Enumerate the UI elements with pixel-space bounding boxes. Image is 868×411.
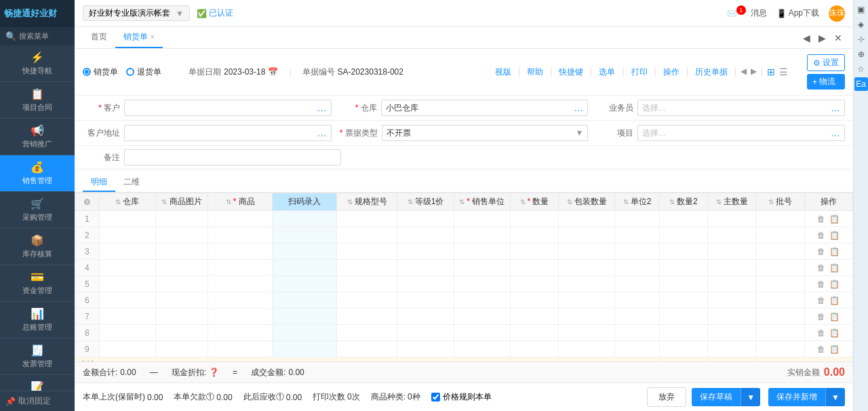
table-icon1[interactable]: ⊞: [767, 66, 775, 78]
cell-qty2-8[interactable]: [659, 325, 707, 341]
cell-batch-8[interactable]: [756, 325, 804, 341]
cell-price-6[interactable]: [397, 292, 454, 309]
tab-close-all-btn[interactable]: ✕: [831, 31, 845, 45]
cell-unit2-7[interactable]: [615, 309, 659, 325]
table-icon2[interactable]: ☰: [779, 66, 788, 78]
save-new-btn[interactable]: 保存并新增: [768, 388, 825, 406]
cell-qty2-6[interactable]: [659, 292, 707, 309]
cell-warehouse-1[interactable]: [99, 211, 155, 227]
cell-barcode-4[interactable]: [273, 260, 337, 276]
cell-pack-qty-9[interactable]: [559, 341, 615, 357]
cell-image-3[interactable]: [155, 243, 208, 260]
cell-spec-3[interactable]: [337, 243, 397, 260]
col-settings[interactable]: ⚙: [75, 193, 100, 211]
cell-price-1[interactable]: [397, 211, 454, 227]
cell-warehouse-6[interactable]: [99, 292, 155, 309]
cell-unit-2[interactable]: [454, 227, 510, 243]
radio-return[interactable]: 退货单: [126, 66, 161, 78]
cell-price-7[interactable]: [397, 309, 454, 325]
cell-spec-7[interactable]: [337, 309, 397, 325]
sidebar-search[interactable]: 🔍 搜索菜单: [0, 27, 75, 45]
project-input[interactable]: 选择... …: [637, 125, 845, 141]
cell-qty-6[interactable]: [510, 292, 558, 309]
cell-batch-3[interactable]: [756, 243, 804, 260]
salesperson-dots[interactable]: …: [831, 102, 840, 113]
row-copy-btn-6[interactable]: 📋: [828, 295, 841, 306]
cell-barcode-1[interactable]: [273, 211, 337, 227]
discard-btn[interactable]: 放弃: [647, 387, 686, 407]
settings-icon[interactable]: ⚙: [79, 197, 95, 207]
cell-qty2-5[interactable]: [659, 276, 707, 292]
history-btn[interactable]: 历史单据: [692, 66, 730, 78]
cell-price-5[interactable]: [397, 276, 454, 292]
cell-barcode-6[interactable]: [273, 292, 337, 309]
cell-barcode-3[interactable]: [273, 243, 337, 260]
cell-pack-qty-7[interactable]: [559, 309, 615, 325]
cell-spec-4[interactable]: [337, 260, 397, 276]
cell-image-5[interactable]: [155, 276, 208, 292]
side-tool-4[interactable]: ⊕: [854, 47, 868, 61]
cell-qty-5[interactable]: [510, 276, 558, 292]
cell-price-3[interactable]: [397, 243, 454, 260]
cell-image-8[interactable]: [155, 325, 208, 341]
cell-main-qty-3[interactable]: [707, 243, 755, 260]
select-btn[interactable]: 选单: [596, 66, 618, 78]
cell-qty2-4[interactable]: [659, 260, 707, 276]
sidebar-item-purchase[interactable]: 🛒 采购管理: [0, 192, 75, 229]
cell-qty-2[interactable]: [510, 227, 558, 243]
cell-main-qty-2[interactable]: [707, 227, 755, 243]
cell-batch-5[interactable]: [756, 276, 804, 292]
invoice-select[interactable]: 不开票 ▼: [382, 125, 589, 141]
cell-unit-6[interactable]: [454, 292, 510, 309]
row-delete-btn-2[interactable]: 🗑: [816, 230, 827, 241]
cell-price-8[interactable]: [397, 325, 454, 341]
row-delete-btn-3[interactable]: 🗑: [816, 246, 827, 257]
cell-unit2-9[interactable]: [615, 341, 659, 357]
cell-main-qty-6[interactable]: [707, 292, 755, 309]
cell-warehouse-5[interactable]: [99, 276, 155, 292]
address-dots[interactable]: …: [317, 128, 327, 138]
cell-qty2-1[interactable]: [659, 211, 707, 227]
cell-qty2-9[interactable]: [659, 341, 707, 357]
operate-btn[interactable]: 操作: [660, 66, 682, 78]
cell-batch-4[interactable]: [756, 260, 804, 276]
customer-input[interactable]: …: [124, 100, 332, 116]
tab-home[interactable]: 首页: [83, 27, 115, 48]
salesperson-input[interactable]: 选择... …: [637, 100, 845, 116]
cell-image-6[interactable]: [155, 292, 208, 309]
cell-batch-9[interactable]: [756, 341, 804, 357]
cell-batch-2[interactable]: [756, 227, 804, 243]
row-delete-btn-1[interactable]: 🗑: [816, 214, 827, 224]
cell-image-1[interactable]: [155, 211, 208, 227]
cell-qty-3[interactable]: [510, 243, 558, 260]
cell-unit2-8[interactable]: [615, 325, 659, 341]
cell-unit2-5[interactable]: [615, 276, 659, 292]
nav-left-icon[interactable]: ◀: [741, 66, 747, 78]
remark-input[interactable]: [124, 149, 341, 165]
cell-image-4[interactable]: [155, 260, 208, 276]
sidebar-item-sales[interactable]: 💰 销售管理: [0, 155, 75, 192]
cell-pack-qty-3[interactable]: [559, 243, 615, 260]
tab-erwei[interactable]: 二维: [115, 174, 148, 192]
row-copy-btn-2[interactable]: 📋: [828, 230, 841, 241]
cell-unit-1[interactable]: [454, 211, 510, 227]
cell-image-7[interactable]: [155, 309, 208, 325]
save-draft-btn[interactable]: 保存草稿: [692, 388, 741, 406]
cell-main-qty-7[interactable]: [707, 309, 755, 325]
row-delete-btn-6[interactable]: 🗑: [816, 295, 827, 306]
cell-unit2-1[interactable]: [615, 211, 659, 227]
cell-price-4[interactable]: [397, 260, 454, 276]
sidebar-item-tax[interactable]: 📝 税务管理: [0, 375, 75, 391]
company-selector[interactable]: 好业财专业版演示帐套 ▼: [83, 5, 190, 21]
cell-product-1[interactable]: [208, 211, 273, 227]
side-tool-6[interactable]: Ea: [854, 77, 868, 91]
print-btn[interactable]: 打印: [629, 66, 650, 78]
cell-unit-9[interactable]: [454, 341, 510, 357]
user-action[interactable]: 珠珠: [829, 5, 845, 22]
cell-main-qty-4[interactable]: [707, 260, 755, 276]
cell-product-7[interactable]: [208, 309, 273, 325]
cell-barcode-7[interactable]: [273, 309, 337, 325]
sidebar-item-inventory[interactable]: 📦 库存核算: [0, 229, 75, 265]
cell-image-9[interactable]: [155, 341, 208, 357]
cell-qty-9[interactable]: [510, 341, 558, 357]
